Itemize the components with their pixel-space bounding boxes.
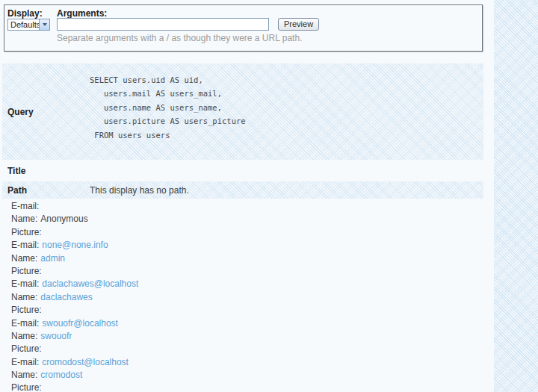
preview-controls-box: Display: Defaults Arguments: Preview Sep… [4, 4, 483, 52]
field-name: Name:swouofr [11, 330, 138, 343]
field-name: Name:Anonymous [11, 213, 138, 225]
field-picture: Picture: [11, 382, 138, 392]
picture-field-label: Picture: [11, 266, 42, 276]
sql-line: users.mail AS users_mail, [90, 87, 483, 100]
preview-row: E-mail:none@none.info Name:admin Picture… [11, 239, 138, 278]
preview-row: E-mail: Name:Anonymous Picture: [11, 200, 138, 239]
sql-line: users.picture AS users_picture [90, 114, 483, 128]
arguments-label: Arguments: [57, 8, 107, 19]
title-row: Title [2, 160, 483, 181]
name-link[interactable]: daclachawes [40, 292, 92, 302]
email-link[interactable]: cromodost@localhost [42, 357, 129, 367]
title-row-label: Title [2, 160, 90, 181]
name-field-label: Name: [11, 292, 37, 302]
path-row-value: This display has no path. [90, 181, 483, 199]
field-picture: Picture: [11, 265, 138, 278]
name-value: Anonymous [40, 214, 87, 224]
query-row-label: Query [2, 63, 90, 160]
email-link[interactable]: daclachawes@localhost [42, 279, 138, 289]
path-row-label: Path [2, 181, 90, 199]
display-select-value: Defaults [8, 20, 39, 29]
field-picture: Picture: [11, 226, 138, 239]
field-name: Name:admin [11, 252, 138, 265]
picture-field-label: Picture: [11, 227, 42, 237]
preview-row: E-mail:cromodost@localhost Name:cromodos… [11, 356, 138, 392]
sql-line: FROM users users [90, 128, 483, 142]
arguments-input[interactable] [57, 18, 269, 31]
email-field-label: E-mail: [11, 318, 39, 329]
picture-field-label: Picture: [11, 343, 42, 354]
field-email: E-mail:none@none.info [11, 239, 138, 252]
name-link[interactable]: cromodost [40, 370, 82, 380]
preview-button[interactable]: Preview [278, 18, 319, 31]
chevron-down-icon[interactable] [39, 19, 49, 30]
email-field-label: E-mail: [11, 279, 39, 289]
sql-line: SELECT users.uid AS uid, [90, 73, 483, 87]
email-field-label: E-mail: [11, 240, 39, 250]
preview-row: E-mail:daclachawes@localhost Name:daclac… [11, 278, 138, 317]
field-name: Name:cromodost [11, 369, 138, 382]
email-field-label: E-mail: [11, 357, 39, 367]
name-field-label: Name: [11, 331, 37, 341]
name-field-label: Name: [11, 253, 37, 264]
picture-field-label: Picture: [11, 382, 42, 392]
name-link[interactable]: admin [40, 253, 65, 264]
query-row: Query SELECT users.uid AS uid, users.mai… [2, 63, 483, 160]
preview-row: E-mail:swouofr@localhost Name:swouofr Pi… [11, 317, 138, 356]
sql-line: users.name AS users_name, [90, 101, 483, 114]
field-email: E-mail:cromodost@localhost [11, 356, 138, 369]
name-field-label: Name: [11, 370, 37, 380]
name-field-label: Name: [11, 214, 37, 224]
field-email: E-mail:daclachawes@localhost [11, 278, 138, 290]
display-select[interactable]: Defaults [7, 19, 50, 31]
field-email: E-mail: [11, 200, 138, 213]
content-area: Display: Defaults Arguments: Preview Sep… [0, 0, 494, 392]
query-sql: SELECT users.uid AS uid, users.mail AS u… [90, 63, 483, 160]
preview-result-list: E-mail: Name:Anonymous Picture: E-mail:n… [11, 200, 138, 392]
email-field-label: E-mail: [11, 201, 39, 211]
name-link[interactable]: swouofr [40, 331, 72, 341]
email-link[interactable]: none@none.info [42, 240, 108, 250]
picture-field-label: Picture: [11, 305, 42, 315]
email-link[interactable]: swouofr@localhost [42, 318, 118, 329]
path-row: Path This display has no path. [2, 181, 483, 199]
field-email: E-mail:swouofr@localhost [11, 317, 138, 330]
field-picture: Picture: [11, 343, 138, 355]
display-label: Display: [7, 8, 43, 19]
field-name: Name:daclachawes [11, 291, 138, 304]
display-info-table: Query SELECT users.uid AS uid, users.mai… [2, 63, 483, 199]
title-row-value [90, 160, 483, 181]
arguments-help-text: Separate arguments with a / as though th… [57, 33, 302, 43]
field-picture: Picture: [11, 304, 138, 317]
